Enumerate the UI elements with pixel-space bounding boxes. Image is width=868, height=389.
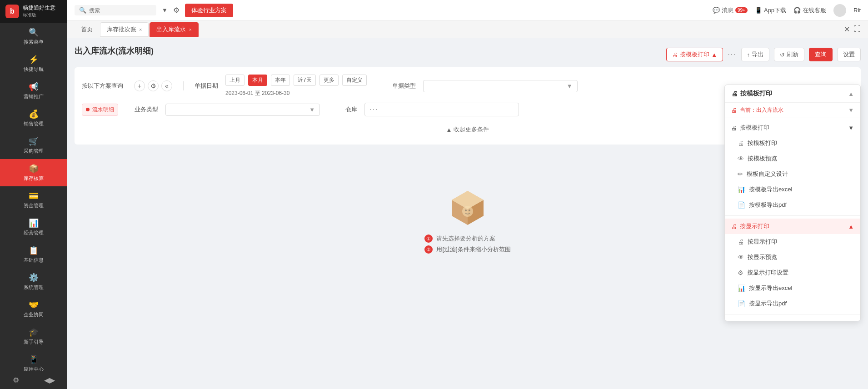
display-export-excel-item[interactable]: 📊 按显示导出excel [725,280,860,296]
chevron-up-collapse-icon: ▲ [446,126,452,133]
display-print-item[interactable]: 🖨 按显示打印 [725,234,860,249]
topbar-dropdown-icon[interactable]: ▼ [162,7,168,14]
sidebar-item-app-center[interactable]: 📱 应用中心 [0,350,67,371]
tab-home[interactable]: 首页 [75,23,99,36]
tab-inout-flow[interactable]: 出入库流水 × [150,22,198,37]
template-print-section-header[interactable]: 🖨 按模板打印 ▼ [725,120,860,135]
business-type-label: 业务类型 [135,105,158,114]
flow-tag: 流水明细 [82,104,118,116]
topbar-search-box[interactable]: 🔍 [75,5,156,15]
sidebar-item-marketing[interactable]: 📢 营销推广 [0,77,67,105]
default-settings-header[interactable]: ⚙ 设置默认功能 ▼ [725,317,860,321]
tab-batch-account-close[interactable]: × [139,27,142,32]
preview-item-icon: 👁 [738,155,744,162]
business-type-select[interactable]: ▼ [165,104,320,116]
display-preview-item[interactable]: 👁 按显示预览 [725,249,860,265]
money-icon: 💰 [29,109,39,119]
print-template-button[interactable]: 🖨 按模板打印 ▲ [666,48,723,61]
flow-tag-container: 流水明细 [82,104,118,116]
tab-bar: 首页 库存批次账 × 出入库流水 × ✕ ⛶ [67,21,868,38]
sidebar-item-business[interactable]: 📊 经营管理 [0,214,67,241]
username-label[interactable]: Rit [853,7,861,14]
template-export-pdf-item[interactable]: 📄 按模板导出pdf [725,197,860,213]
message-action[interactable]: 💬 消息 99+ [713,6,748,15]
user-avatar[interactable] [833,4,846,17]
search-topbar-icon: 🔍 [79,7,86,14]
date-btn-last-month[interactable]: 上月 [225,75,244,86]
filter-add-button[interactable]: + [134,80,145,91]
tab-inout-flow-close[interactable]: × [189,27,191,32]
export-button[interactable]: ↑ 导出 [741,48,770,61]
step-1-num: ① [424,234,433,243]
sidebar-item-system[interactable]: ⚙️ 系统管理 [0,268,67,295]
tab-fullscreen-icon[interactable]: ⛶ [853,25,861,34]
sidebar-item-sales[interactable]: 💰 销售管理 [0,105,67,132]
bill-type-select[interactable]: ▼ [423,80,578,92]
settings-bottom-icon[interactable]: ⚙ [13,376,19,384]
template-custom-item[interactable]: ✏ 模板自定义设计 [725,166,860,182]
settings-button[interactable]: 设置 [837,48,861,61]
display-print-section-header[interactable]: 🖨 按显示打印 ▲ [725,219,860,234]
sidebar-nav: 🔍 搜索菜单 ⚡ 快捷导航 📢 营销推广 💰 销售管理 🛒 采购管理 📦 [0,23,67,371]
date-filter-label: 单据日期 [195,82,218,90]
template-preview-item[interactable]: 👁 按模板预览 [725,151,860,166]
chevron-up-icon: ▲ [711,51,717,58]
collapse-conditions-button[interactable]: ▲ 收起更多条件 [446,125,489,134]
industry-solution-button[interactable]: 体验行业方案 [185,4,233,17]
print-dropdown-header: 🖨 按模板打印 ▲ [725,85,860,103]
display-section-print-icon: 🖨 [731,223,737,230]
message-icon: 💬 [713,7,720,14]
query-button[interactable]: 查询 [809,48,833,61]
page-toolbar: 🖨 按模板打印 ▲ ··· ↑ 导出 ↺ 刷新 [666,48,861,61]
printer-dropdown-icon: 🖨 [731,90,738,97]
date-btn-7days[interactable]: 近7天 [294,75,316,86]
display-settings-icon: ⚙ [738,269,743,276]
date-btn-current-month[interactable]: 本月 [248,75,267,86]
display-export-pdf-item[interactable]: 📄 按显示导出pdf [725,296,860,311]
svg-point-6 [469,209,470,211]
topbar-search-input[interactable] [89,7,152,14]
empty-illustration [443,177,493,227]
sidebar-item-base-info[interactable]: 📋 基础信息 [0,241,67,268]
date-btn-more[interactable]: 更多 [319,75,339,86]
date-btn-current-year[interactable]: 本年 [271,75,290,86]
online-service-action[interactable]: 🎧 在线客服 [793,6,826,15]
warehouse-select[interactable]: ··· [364,103,519,116]
online-service-label: 在线客服 [803,6,826,15]
mobile-icon: 📱 [29,354,39,364]
sidebar-item-inventory[interactable]: 📦 库存核算 [0,159,67,186]
template-export-excel-item[interactable]: 📊 按模板导出excel [725,182,860,197]
date-filter-buttons: 上月 本月 本年 近7天 更多 自定义 [225,75,367,86]
headphone-icon: 🎧 [793,7,801,14]
print-dropdown-collapse-icon[interactable]: ▲ [848,90,854,97]
sidebar-item-enterprise[interactable]: 🤝 企业协同 [0,295,67,323]
topbar-settings-icon[interactable]: ⚙ [173,6,180,15]
print-dropdown-scroll: 🖨 当前：出入库流水 ▼ 🖨 按模板打印 ▼ [725,103,860,321]
current-template-arrow: ▼ [848,107,854,114]
print-dropdown-panel: 🖨 按模板打印 ▲ 🖨 当前：出入库流水 ▼ [724,85,861,321]
filter-settings-button[interactable]: ⚙ [148,80,159,91]
tab-close-all-icon[interactable]: ✕ [844,25,850,34]
sidebar-item-quick-nav[interactable]: ⚡ 快捷导航 [0,50,67,77]
svg-point-5 [465,209,467,211]
filter-collapse-button[interactable]: « [161,80,172,91]
sidebar-item-search[interactable]: 🔍 搜索菜单 [0,23,67,50]
display-print-section: 🖨 按显示打印 ▲ 🖨 按显示打印 👁 按显示预览 [725,217,860,313]
business-type-dropdown-icon: ▼ [309,106,315,113]
display-print-settings-item[interactable]: ⚙ 按显示打印设置 [725,265,860,280]
print-item-icon: 🖨 [738,140,744,147]
sidebar-item-guide[interactable]: 🎓 新手引导 [0,323,67,350]
sidebar-item-purchase[interactable]: 🛒 采购管理 [0,132,67,159]
sidebar-item-finance[interactable]: 💳 资金管理 [0,186,67,214]
more-options-icon[interactable]: ··· [728,50,736,59]
template-print-item[interactable]: 🖨 按模板打印 [725,135,860,151]
bill-type-dropdown-icon: ▼ [567,83,573,90]
step-2-text: 用[过滤]条件来缩小分析范围 [436,245,510,254]
refresh-button[interactable]: ↺ 刷新 [774,48,804,61]
collapse-sidebar-icon[interactable]: ◀▶ [44,376,55,384]
display-pdf-icon: 📄 [738,300,745,307]
date-btn-custom[interactable]: 自定义 [342,75,367,86]
tab-batch-account[interactable]: 库存批次账 × [100,22,149,37]
app-download-action[interactable]: 📱 App下载 [755,6,786,15]
current-template-row: 🖨 当前：出入库流水 ▼ [725,103,860,118]
